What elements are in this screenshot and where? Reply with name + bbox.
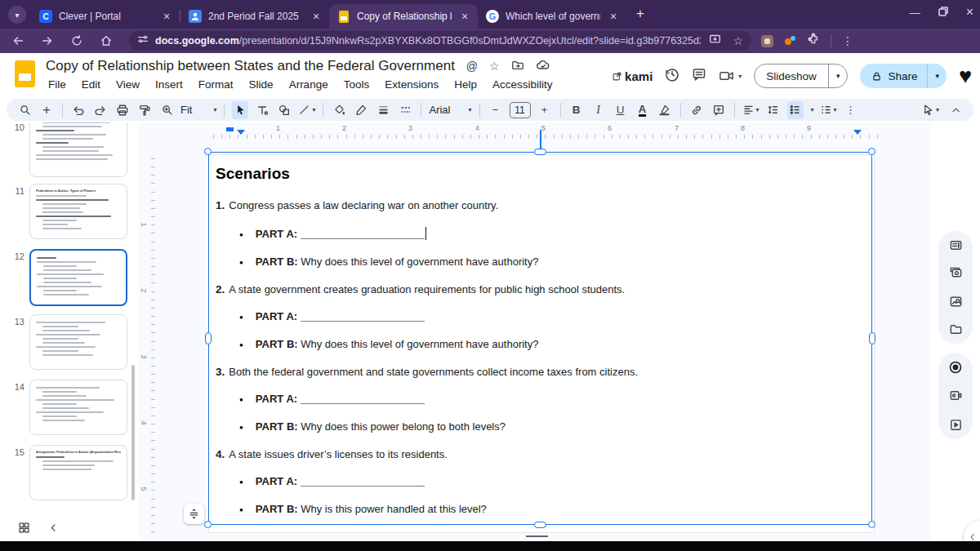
font-size-increase[interactable]: +: [537, 101, 553, 119]
share-button[interactable]: Share ▾: [860, 64, 947, 88]
bookmark-star-icon[interactable]: ☆: [733, 34, 743, 47]
select-tool-icon[interactable]: [232, 101, 248, 119]
menu-view[interactable]: View: [112, 78, 144, 91]
tab-classroom[interactable]: 2nd Period Fall 2025 ×: [180, 4, 329, 29]
slide-thumbnail-10[interactable]: [29, 122, 127, 177]
kami-button[interactable]: kami: [612, 69, 653, 83]
border-weight-icon[interactable]: [375, 101, 391, 119]
comment-history-icon[interactable]: [692, 67, 706, 85]
menu-slide[interactable]: Slide: [245, 78, 278, 91]
filmstrip-scrollbar[interactable]: [131, 365, 135, 500]
handle-top-right[interactable]: [868, 148, 875, 155]
folder-icon[interactable]: [943, 318, 968, 342]
extension-icon-1[interactable]: [761, 35, 773, 47]
insert-shape-icon[interactable]: [276, 101, 292, 119]
slide-page[interactable]: Scenarios 1.Congress passes a law declar…: [209, 155, 874, 532]
font-size-decrease[interactable]: −: [488, 101, 504, 119]
border-dash-icon[interactable]: [397, 101, 413, 119]
tab-clever[interactable]: C Clever | Portal ×: [31, 4, 180, 29]
bulleted-list-dropdown[interactable]: ▾: [811, 106, 814, 113]
handle-left-middle[interactable]: [205, 332, 212, 344]
close-tab-icon[interactable]: ×: [310, 10, 323, 23]
slideshow-dropdown[interactable]: ▾: [828, 64, 848, 87]
handle-top-left[interactable]: [204, 148, 212, 155]
version-history-icon[interactable]: [665, 67, 679, 85]
handle-bottom-right[interactable]: [868, 521, 875, 528]
slide-text-box[interactable]: Scenarios 1.Congress passes a law declar…: [209, 155, 874, 532]
forward-icon[interactable]: [36, 31, 59, 51]
extension-icon-2[interactable]: [784, 35, 796, 47]
search-menus-icon[interactable]: [16, 101, 33, 119]
answer-blank[interactable]: [301, 229, 425, 239]
font-family-select[interactable]: Arial▾: [429, 101, 471, 119]
handle-right-middle[interactable]: [869, 332, 875, 344]
collapse-filmstrip-icon[interactable]: [48, 522, 59, 536]
zoom-select[interactable]: Fit▾: [180, 101, 216, 119]
restore-icon[interactable]: [938, 7, 948, 19]
insert-line-icon[interactable]: ▾: [298, 101, 315, 119]
tab-slides-active[interactable]: Copy of Relationship between S ×: [329, 4, 478, 29]
indent-marker-left[interactable]: [237, 130, 245, 135]
answer-blank[interactable]: [301, 311, 425, 322]
back-icon[interactable]: [7, 31, 29, 51]
slideshow-button[interactable]: Slideshow ▾: [754, 64, 848, 88]
menu-insert[interactable]: Insert: [151, 78, 187, 91]
undo-icon[interactable]: [70, 101, 87, 119]
close-tab-icon[interactable]: ×: [607, 10, 620, 23]
menu-file[interactable]: File: [44, 78, 70, 91]
screen-record-icon[interactable]: [943, 384, 968, 408]
menu-arrange[interactable]: Arrange: [285, 78, 332, 91]
slide-thumbnail-11[interactable]: Federalism in Action: Types of Powers: [29, 184, 127, 239]
url-omnibox[interactable]: docs.google.com/presentation/d/15J9NnkwR…: [129, 31, 751, 51]
notes-panel-icon[interactable]: [943, 233, 968, 257]
indent-marker-right[interactable]: [853, 130, 862, 135]
bulleted-list-icon[interactable]: [787, 101, 804, 119]
reload-icon[interactable]: [65, 31, 88, 51]
close-tab-icon[interactable]: ×: [458, 10, 471, 23]
document-title[interactable]: Copy of Relationship between States and …: [46, 58, 455, 74]
tab-search-icon[interactable]: ▾: [8, 6, 26, 24]
tab-google-search[interactable]: G Which level of government sho ×: [478, 4, 626, 29]
border-color-icon[interactable]: [353, 101, 369, 119]
grid-view-icon[interactable]: [18, 522, 30, 537]
mention-icon[interactable]: @: [466, 60, 478, 73]
menu-extensions[interactable]: Extensions: [381, 78, 443, 91]
video-play-icon[interactable]: [943, 412, 968, 437]
line-spacing-icon[interactable]: [765, 101, 782, 119]
account-avatar[interactable]: ♥: [959, 65, 972, 87]
menu-edit[interactable]: Edit: [78, 78, 105, 91]
font-size-input[interactable]: 11: [510, 102, 531, 118]
menu-accessibility[interactable]: Accessibility: [488, 78, 557, 91]
meet-video-icon[interactable]: ▾: [719, 69, 742, 82]
text-autofit-button[interactable]: [184, 504, 204, 524]
record-icon[interactable]: [943, 355, 968, 380]
add-slide-icon[interactable]: +: [38, 101, 55, 119]
insert-link-icon[interactable]: [688, 101, 705, 119]
underline-icon[interactable]: U: [612, 101, 629, 119]
handle-bottom-center[interactable]: [534, 522, 546, 528]
slide-thumbnail-13[interactable]: [29, 314, 127, 370]
indent-marker-rect[interactable]: [226, 127, 234, 131]
slide-thumbnail-15[interactable]: Assignment: Federalism in Action (Argume…: [29, 445, 127, 500]
move-folder-icon[interactable]: [511, 59, 524, 74]
handle-bottom-left[interactable]: [204, 521, 212, 528]
minimize-icon[interactable]: —: [910, 7, 920, 19]
fill-color-icon[interactable]: [331, 101, 347, 119]
close-window-icon[interactable]: ×: [966, 5, 973, 20]
browser-menu-icon[interactable]: ⋮: [842, 34, 853, 47]
image-search-icon[interactable]: [943, 289, 968, 313]
zoom-icon[interactable]: [158, 101, 175, 119]
extensions-puzzle-icon[interactable]: [807, 33, 820, 49]
pen-tools-icon[interactable]: ▾: [922, 101, 939, 119]
menu-format[interactable]: Format: [194, 78, 238, 91]
site-settings-icon[interactable]: [137, 33, 149, 48]
answer-blank[interactable]: [301, 476, 425, 487]
collapse-toolbar-icon[interactable]: [947, 101, 964, 119]
align-icon[interactable]: ▾: [742, 101, 760, 119]
answer-blank[interactable]: [301, 393, 425, 404]
cloud-status-icon[interactable]: [536, 59, 550, 74]
slides-logo[interactable]: [15, 60, 35, 87]
menu-tools[interactable]: Tools: [340, 78, 374, 91]
redo-icon[interactable]: [92, 101, 109, 119]
highlight-color-icon[interactable]: [657, 101, 673, 119]
